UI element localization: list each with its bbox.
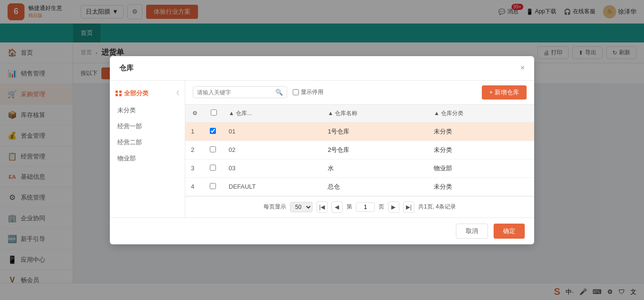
confirm-button[interactable]: 确定 [494,224,525,239]
row-category: 物业部 [428,159,534,177]
th-category: ▲ 仓库分类 [428,105,534,123]
row-checkbox-cell [204,177,223,196]
row-code: 02 [223,141,322,159]
per-page-select[interactable]: 50 [290,202,313,212]
row-action[interactable]: 3 [185,159,204,177]
row-checkbox[interactable] [210,146,216,152]
table-row[interactable]: 1 01 1号仓库 未分类 [185,122,534,141]
first-page-button[interactable]: |◀ [316,201,328,213]
table-row[interactable]: 4 DEFAULT 总仓 未分类 [185,177,534,196]
pagination: 每页显示 50 |◀ ◀ 第 页 ▶ ▶| 共1页, 4条记录 [185,196,534,217]
category-item-ops1[interactable]: 经营一部 [110,118,185,134]
category-item-uncategorized[interactable]: 未分类 [110,102,185,118]
modal-body: 全部分类 《 未分类 经营一部 经营二部 物业部 🔍 [110,81,534,217]
table-row[interactable]: 3 03 水 物业部 [185,159,534,177]
th-gear: ⚙ [185,105,204,123]
collapse-button[interactable]: 《 [173,89,179,97]
th-code: ▲ 仓库... [223,105,322,123]
category-header: 全部分类 《 [110,86,185,100]
data-table: ⚙ ▲ 仓库... ▲ 仓库名称 ▲ 仓库分类 [185,105,534,196]
row-category: 未分类 [428,141,534,159]
table-panel: 🔍 显示停用 + 新增仓库 ⚙ [185,81,534,217]
row-code: 01 [223,122,322,141]
row-name: 总仓 [322,177,428,196]
cancel-button[interactable]: 取消 [456,224,488,239]
row-name: 2号仓库 [322,141,428,159]
modal-footer: 取消 确定 [110,217,534,244]
page-input[interactable] [356,202,375,212]
category-item-ops2[interactable]: 经营二部 [110,134,185,150]
grid-icon [116,91,122,96]
search-input-wrap: 🔍 [193,86,287,98]
modal-title: 仓库 [119,64,133,73]
row-checkbox[interactable] [210,183,216,189]
row-num: 1 [191,128,194,135]
warehouse-modal: 仓库 × 全部分类 《 [110,56,534,244]
row-action[interactable]: 4 [185,177,204,196]
row-action[interactable]: 1 [185,122,204,141]
category-panel: 全部分类 《 未分类 经营一部 经营二部 物业部 [110,81,185,217]
show-disabled-wrap: 显示停用 [293,88,323,96]
show-disabled-checkbox[interactable] [293,89,299,95]
category-title: 全部分类 [116,89,149,98]
table-row[interactable]: 2 02 2号仓库 未分类 [185,141,534,159]
row-name: 水 [322,159,428,177]
row-checkbox-cell [204,122,223,141]
row-checkbox-cell [204,141,223,159]
row-num: 3 [191,165,194,172]
row-checkbox[interactable] [210,165,216,171]
search-input[interactable] [197,89,273,96]
table-toolbar: 🔍 显示停用 + 新增仓库 [185,81,534,105]
last-page-button[interactable]: ▶| [403,201,414,213]
modal-close-button[interactable]: × [520,64,525,72]
row-name: 1号仓库 [322,122,428,141]
row-action[interactable]: 2 [185,141,204,159]
select-all-checkbox[interactable] [211,109,217,116]
row-code: 03 [223,159,322,177]
add-warehouse-button[interactable]: + 新增仓库 [482,85,527,100]
row-checkbox[interactable] [210,128,216,134]
row-category: 未分类 [428,177,534,196]
row-category: 未分类 [428,122,534,141]
row-code: DEFAULT [223,177,322,196]
search-icon: 🔍 [275,89,283,96]
row-num: 4 [191,183,194,190]
th-name: ▲ 仓库名称 [322,105,428,123]
row-checkbox-cell [204,159,223,177]
next-page-button[interactable]: ▶ [388,201,399,213]
prev-page-button[interactable]: ◀ [331,201,343,213]
modal-header: 仓库 × [110,56,534,81]
th-check [204,105,223,123]
row-num: 2 [191,146,194,153]
category-item-property[interactable]: 物业部 [110,150,185,167]
modal-backdrop: 仓库 × 全部分类 《 [0,0,644,300]
